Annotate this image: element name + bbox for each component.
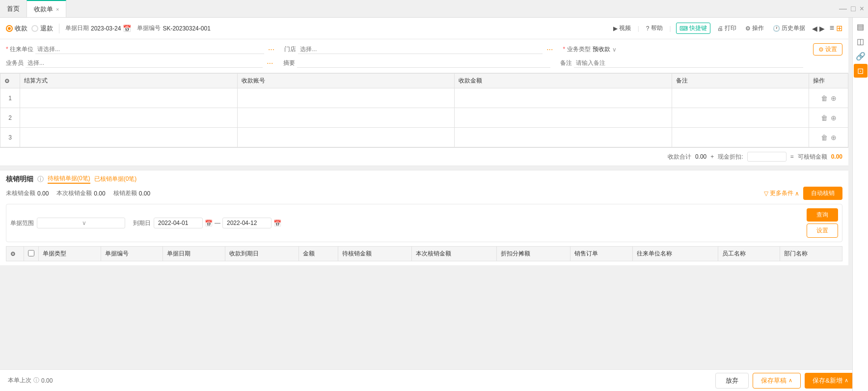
- more-conditions-label: 更多条件: [770, 189, 793, 197]
- partner-label: 往来单位: [6, 45, 33, 54]
- row-1-delete-icon[interactable]: 🗑: [821, 94, 828, 102]
- discount-input[interactable]: [747, 152, 787, 162]
- print-btn[interactable]: 🖨 打印: [715, 23, 738, 33]
- row-1-remark[interactable]: [672, 88, 809, 108]
- view-grid-icon[interactable]: ⊞: [836, 24, 842, 33]
- row-3-copy-icon[interactable]: ⊕: [831, 134, 837, 141]
- shortcut-btn[interactable]: ⌨ 快捷键: [676, 23, 710, 34]
- bottom-check-all[interactable]: [28, 250, 34, 256]
- tab-home[interactable]: 首页: [0, 0, 27, 17]
- row-2-method[interactable]: [20, 108, 238, 128]
- nav-prev-icon[interactable]: ◀: [812, 25, 817, 32]
- date-to-calendar-icon[interactable]: 📅: [273, 220, 281, 227]
- help-btn[interactable]: ? 帮助: [644, 23, 665, 33]
- window-close-icon[interactable]: ×: [860, 4, 864, 13]
- filter-range-select[interactable]: ∨: [37, 218, 125, 228]
- save-draft-label: 保存草稿: [761, 376, 787, 385]
- tab-close-icon[interactable]: ×: [56, 6, 59, 12]
- bottom-col-employee: 员工名称: [718, 247, 780, 261]
- partner-more-btn[interactable]: ···: [268, 45, 274, 54]
- bottom-col-settings[interactable]: ⚙: [6, 247, 24, 261]
- window-minimize-icon[interactable]: —: [839, 4, 847, 13]
- row-2-delete-icon[interactable]: 🗑: [821, 114, 828, 122]
- radio-receipt-dot: [6, 25, 13, 32]
- bottom-col-check[interactable]: [24, 247, 39, 261]
- row-2-amount[interactable]: [455, 108, 672, 128]
- diff-val: 0.00: [139, 190, 150, 197]
- writeoff-section: 核销明细 ⓘ 待核销单据(0笔) 已核销单据(0笔) 未核销金额 0.00 本次…: [0, 170, 848, 265]
- prev-info-icon[interactable]: ⓘ: [33, 376, 39, 385]
- biz-type-field: 业务类型 预收款 ∨: [563, 45, 808, 54]
- date-to-input[interactable]: [222, 218, 271, 228]
- tab-bar: 首页 收款单 × — □ ×: [0, 0, 868, 18]
- shop-more-btn[interactable]: ···: [546, 45, 553, 54]
- footer-left: 本单上次 ⓘ 0.00: [8, 376, 53, 385]
- operation-btn[interactable]: ⚙ 操作: [743, 23, 766, 33]
- date-from-input[interactable]: [154, 218, 203, 228]
- save-draft-button[interactable]: 保存草稿 ∧: [753, 373, 801, 389]
- row-3-method[interactable]: [20, 128, 238, 147]
- row-2-actions: 🗑 ⊕: [809, 108, 848, 127]
- diff-stat: 核销差额 0.00: [113, 189, 150, 197]
- writeoff-setting-button[interactable]: 设置: [807, 223, 838, 238]
- partner-input[interactable]: [35, 45, 264, 54]
- save-new-button[interactable]: 保存&新增 ∧: [805, 373, 856, 389]
- date-from-calendar-icon[interactable]: 📅: [205, 220, 213, 227]
- bill-date-calendar-icon[interactable]: 📅: [123, 25, 131, 32]
- tab-receipt[interactable]: 收款单 ×: [27, 0, 66, 17]
- sidebar-icon-1[interactable]: ▤: [854, 20, 868, 33]
- discard-button[interactable]: 放弃: [715, 373, 749, 389]
- row-3-delete-icon[interactable]: 🗑: [821, 134, 828, 141]
- remark-input[interactable]: [574, 58, 803, 68]
- more-conditions-btn[interactable]: ▽ 更多条件 ∧: [764, 189, 799, 197]
- summary-input[interactable]: [297, 58, 551, 68]
- tab-pending[interactable]: 待核销单据(0笔): [48, 174, 90, 184]
- setting-gear-icon: ⚙: [818, 46, 824, 53]
- row-3-account[interactable]: [237, 128, 455, 147]
- print-label: 打印: [725, 24, 736, 32]
- radio-refund[interactable]: 退款: [31, 24, 53, 33]
- sidebar-icon-4[interactable]: ⊡: [854, 64, 868, 78]
- row-2-copy-icon[interactable]: ⊕: [831, 114, 837, 122]
- radio-receipt-label: 收款: [15, 24, 27, 33]
- sidebar-icon-3[interactable]: 🔗: [854, 49, 868, 63]
- video-btn[interactable]: ▶ 视频: [611, 23, 633, 33]
- row-1-amount[interactable]: [455, 88, 672, 108]
- query-button[interactable]: 查询: [807, 208, 838, 222]
- radio-receipt[interactable]: 收款: [6, 24, 27, 33]
- this-cancel-val: 0.00: [94, 190, 105, 197]
- row-3-amount[interactable]: [455, 128, 672, 147]
- view-icons: ≡ ⊞: [830, 24, 842, 33]
- employee-input[interactable]: [26, 58, 263, 68]
- row-1-method[interactable]: [20, 88, 238, 108]
- auto-writeoff-button[interactable]: 自动核销: [803, 187, 842, 200]
- tab-done[interactable]: 已核销单据(0笔): [94, 175, 137, 183]
- employee-label: 业务员: [6, 59, 24, 67]
- row-2-remark[interactable]: [672, 108, 809, 128]
- remark-label: 备注: [560, 59, 572, 67]
- row-1-copy-icon[interactable]: ⊕: [831, 94, 837, 102]
- view-list-icon[interactable]: ≡: [830, 24, 834, 33]
- bottom-col-pending: 待核销金额: [338, 247, 411, 261]
- row-1-account[interactable]: [237, 88, 455, 108]
- tab-bar-right: — □ ×: [839, 4, 868, 13]
- sidebar-icon-2[interactable]: ◫: [854, 34, 868, 48]
- help-label: 帮助: [651, 24, 663, 32]
- this-cancel-stat: 本次核销金额 0.00: [56, 189, 105, 197]
- writeoff-info-icon[interactable]: ⓘ: [37, 175, 44, 184]
- shop-input[interactable]: [298, 45, 542, 54]
- nav-next-icon[interactable]: ▶: [819, 25, 825, 32]
- bottom-col-discount: 折扣分摊额: [497, 247, 570, 261]
- row-3-remark[interactable]: [672, 128, 809, 147]
- history-btn[interactable]: 🕐 历史单据: [771, 23, 807, 33]
- biz-type-chevron-icon[interactable]: ∨: [612, 46, 617, 53]
- window-maximize-icon[interactable]: □: [851, 4, 856, 13]
- total-value: 0.00: [695, 153, 706, 160]
- setting-button[interactable]: ⚙ 设置: [813, 43, 842, 56]
- available-label: 可核销金额: [798, 153, 827, 161]
- col-settings-header[interactable]: ⚙: [0, 74, 20, 88]
- employee-more-btn[interactable]: ···: [267, 59, 273, 68]
- radio-refund-label: 退款: [40, 24, 53, 33]
- bill-date-label: 单据日期: [65, 24, 89, 32]
- row-2-account[interactable]: [237, 108, 455, 128]
